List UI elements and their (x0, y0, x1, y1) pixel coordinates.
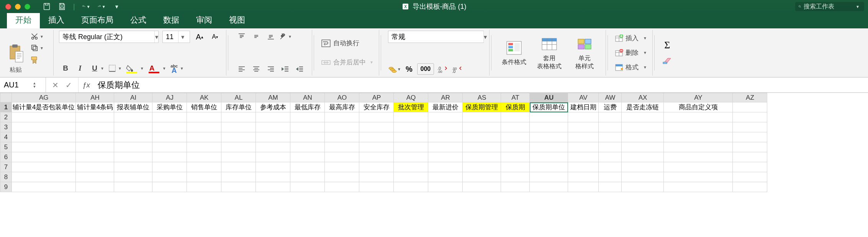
cell[interactable] (428, 122, 463, 132)
cell[interactable] (568, 152, 599, 162)
cell[interactable] (568, 112, 599, 122)
namebox-down-icon[interactable]: ▼ (31, 85, 38, 89)
column-header[interactable]: AH (76, 93, 114, 102)
cell[interactable] (394, 142, 428, 152)
cell[interactable] (359, 142, 394, 152)
cell[interactable] (428, 132, 463, 142)
cell[interactable] (256, 132, 290, 142)
merge-center-button[interactable]: 合并后居中 ▼ (321, 56, 373, 69)
name-box[interactable]: ▲▼ (0, 77, 46, 92)
column-header[interactable]: AS (463, 93, 501, 102)
cell[interactable] (187, 162, 221, 172)
cell[interactable] (733, 102, 767, 112)
tab-review[interactable]: 审阅 (188, 12, 221, 28)
format-painter-icon[interactable] (30, 55, 41, 65)
cell[interactable] (530, 122, 568, 132)
bold-button[interactable]: B (59, 62, 72, 75)
undo-icon[interactable]: ▼ (82, 2, 90, 11)
cell[interactable] (221, 112, 256, 122)
cell[interactable] (187, 152, 221, 162)
cell[interactable] (599, 182, 622, 192)
phonetic-button[interactable]: abcA (168, 62, 181, 75)
column-header[interactable]: AO (325, 93, 359, 102)
cell[interactable] (256, 142, 290, 152)
column-header[interactable]: AV (568, 93, 599, 102)
cell[interactable] (664, 122, 733, 132)
cell[interactable] (76, 122, 114, 132)
cell[interactable] (187, 112, 221, 122)
cell[interactable] (290, 132, 325, 142)
cell[interactable] (530, 132, 568, 142)
close-window-button[interactable] (5, 4, 11, 10)
cell[interactable] (530, 112, 568, 122)
cell[interactable] (256, 112, 290, 122)
cell[interactable] (12, 172, 76, 182)
decrease-font-icon[interactable]: A▾ (209, 31, 221, 43)
cell[interactable] (325, 162, 359, 172)
cell[interactable] (664, 152, 733, 162)
tab-page-layout[interactable]: 页面布局 (73, 12, 122, 28)
cell[interactable] (359, 172, 394, 182)
cell[interactable] (325, 152, 359, 162)
cell[interactable] (187, 142, 221, 152)
cell[interactable] (530, 142, 568, 152)
cell[interactable] (463, 182, 501, 192)
cell[interactable]: 最高库存 (325, 102, 359, 112)
cell[interactable] (114, 182, 152, 192)
redo-icon[interactable]: ▼ (97, 2, 106, 11)
cell[interactable] (733, 182, 767, 192)
cell[interactable] (622, 172, 664, 182)
cell[interactable] (290, 172, 325, 182)
orientation-icon[interactable]: ab▼ (279, 31, 292, 42)
cell[interactable] (114, 142, 152, 152)
cell[interactable] (622, 112, 664, 122)
cell[interactable] (256, 152, 290, 162)
row-header[interactable]: 3 (0, 122, 12, 132)
cell[interactable] (325, 112, 359, 122)
cell[interactable] (501, 122, 530, 132)
cell[interactable] (599, 152, 622, 162)
column-header[interactable]: AK (187, 93, 221, 102)
cell[interactable] (152, 172, 187, 182)
cell[interactable] (152, 122, 187, 132)
row-header[interactable]: 2 (0, 112, 12, 122)
cell[interactable] (114, 152, 152, 162)
column-header[interactable]: AR (428, 93, 463, 102)
cell[interactable] (290, 182, 325, 192)
cell[interactable] (256, 162, 290, 172)
align-bottom-icon[interactable] (264, 31, 277, 42)
cell[interactable] (428, 162, 463, 172)
cell[interactable] (568, 132, 599, 142)
cell[interactable] (290, 142, 325, 152)
format-cells-button[interactable]: 格式▼ (615, 61, 647, 74)
cell[interactable] (463, 142, 501, 152)
cell[interactable] (622, 132, 664, 142)
increase-font-icon[interactable]: A▴ (194, 31, 205, 43)
cell[interactable]: 库存单位 (221, 102, 256, 112)
cell[interactable] (622, 122, 664, 132)
cell[interactable]: 辅计量4是否包装单位 (12, 102, 76, 112)
font-size-combo[interactable]: ▾ (162, 31, 190, 43)
cell[interactable]: 报表辅单位 (114, 102, 152, 112)
cell[interactable]: 采购单位 (152, 102, 187, 112)
cell[interactable] (359, 122, 394, 132)
decrease-decimal-icon[interactable]: .00.0 (450, 63, 463, 75)
autosum-icon[interactable]: Σ (662, 40, 673, 51)
row-header[interactable]: 7 (0, 162, 12, 172)
column-header[interactable]: AY (664, 93, 733, 102)
cell[interactable] (568, 142, 599, 152)
comma-format-icon[interactable]: 000 (417, 63, 434, 75)
cell[interactable] (12, 132, 76, 142)
conditional-format-button[interactable]: 条件格式 (498, 39, 530, 66)
cell[interactable] (463, 122, 501, 132)
cell[interactable]: 最低库存 (290, 102, 325, 112)
cell[interactable] (568, 172, 599, 182)
save-icon[interactable] (58, 2, 66, 11)
cell[interactable] (76, 112, 114, 122)
cell[interactable] (76, 132, 114, 142)
cell[interactable] (114, 172, 152, 182)
cell[interactable]: 运费 (599, 102, 622, 112)
font-name-combo[interactable]: ▾ (59, 31, 159, 43)
cell[interactable] (394, 162, 428, 172)
cancel-formula-icon[interactable]: ✕ (52, 81, 59, 90)
